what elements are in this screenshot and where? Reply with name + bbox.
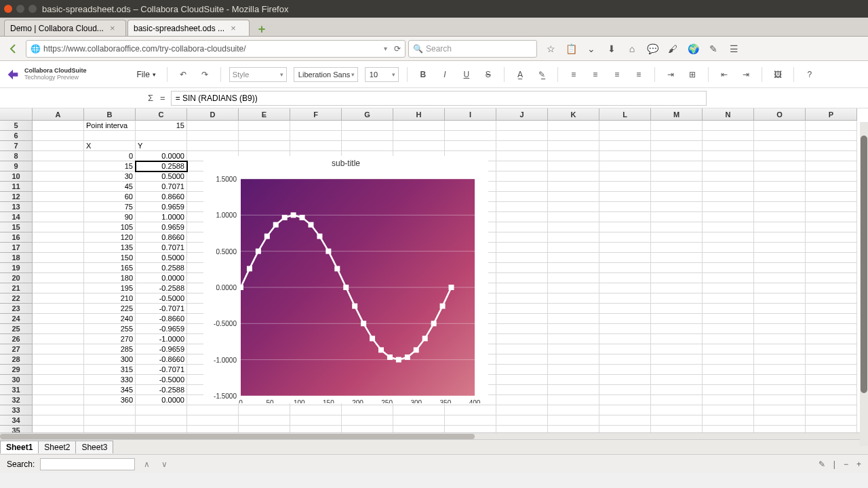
- cell[interactable]: 90: [84, 212, 136, 222]
- row-header[interactable]: 28: [0, 354, 33, 365]
- cell[interactable]: [599, 121, 651, 131]
- column-header[interactable]: P: [806, 108, 857, 121]
- cell[interactable]: [651, 304, 703, 314]
- cell[interactable]: [342, 415, 393, 426]
- cell[interactable]: [806, 375, 857, 385]
- select-all-corner[interactable]: [0, 108, 33, 121]
- cell[interactable]: [342, 405, 393, 415]
- cell[interactable]: [651, 405, 703, 415]
- cell[interactable]: [84, 415, 136, 426]
- cell[interactable]: 285: [84, 344, 136, 354]
- cell[interactable]: -0.8660: [136, 354, 187, 365]
- cell[interactable]: [548, 131, 599, 141]
- paint-icon[interactable]: 🖌: [666, 42, 679, 56]
- cell[interactable]: [599, 324, 651, 334]
- cell[interactable]: [496, 314, 548, 324]
- search-input[interactable]: 🔍 Search: [408, 40, 537, 58]
- cell[interactable]: [599, 304, 651, 314]
- cell[interactable]: 165: [84, 263, 136, 273]
- cell[interactable]: [599, 243, 651, 253]
- cell[interactable]: [703, 314, 754, 324]
- cell[interactable]: [806, 304, 857, 314]
- align-justify-button[interactable]: ≡: [631, 67, 646, 82]
- back-button[interactable]: [4, 39, 23, 58]
- cell[interactable]: 75: [84, 202, 136, 212]
- cell[interactable]: 0.0000: [136, 395, 187, 405]
- globe-icon[interactable]: 🌍: [686, 42, 700, 56]
- column-header[interactable]: G: [342, 108, 393, 121]
- row-header[interactable]: 22: [0, 293, 33, 304]
- cell[interactable]: [84, 405, 136, 415]
- cell[interactable]: [548, 344, 599, 354]
- cell[interactable]: Y: [136, 141, 187, 151]
- merge-button[interactable]: ⊞: [685, 67, 700, 82]
- cell[interactable]: [599, 212, 651, 222]
- cell[interactable]: [393, 131, 445, 141]
- cell[interactable]: [599, 405, 651, 415]
- cell[interactable]: [754, 171, 806, 182]
- cell[interactable]: [754, 304, 806, 314]
- column-header[interactable]: N: [703, 108, 754, 121]
- cell[interactable]: [342, 426, 393, 432]
- cell[interactable]: [754, 293, 806, 304]
- cell[interactable]: -0.7071: [136, 304, 187, 314]
- cell[interactable]: [33, 222, 84, 232]
- cell[interactable]: [651, 222, 703, 232]
- cell[interactable]: [290, 405, 342, 415]
- cell[interactable]: 300: [84, 354, 136, 365]
- cell[interactable]: [703, 395, 754, 405]
- find-input[interactable]: [40, 458, 135, 470]
- cell[interactable]: [754, 415, 806, 426]
- cell[interactable]: [33, 151, 84, 161]
- cell[interactable]: [33, 344, 84, 354]
- column-header[interactable]: C: [136, 108, 187, 121]
- cell[interactable]: [806, 202, 857, 212]
- cell[interactable]: [806, 253, 857, 263]
- cell[interactable]: [703, 222, 754, 232]
- cell[interactable]: [136, 426, 187, 432]
- zoom-out-button[interactable]: −: [844, 460, 848, 469]
- download-icon[interactable]: ⬇: [605, 42, 618, 56]
- row-header[interactable]: 5: [0, 121, 33, 131]
- cell[interactable]: [806, 314, 857, 324]
- cell[interactable]: 0.2588: [136, 161, 187, 171]
- cell[interactable]: -0.5000: [136, 293, 187, 304]
- cell[interactable]: [548, 334, 599, 344]
- cell[interactable]: [703, 202, 754, 212]
- cell[interactable]: [806, 151, 857, 161]
- cell[interactable]: [33, 182, 84, 192]
- cell[interactable]: [703, 304, 754, 314]
- row-header[interactable]: 30: [0, 375, 33, 385]
- row-header[interactable]: 26: [0, 334, 33, 344]
- cell[interactable]: [599, 222, 651, 232]
- cell[interactable]: 0: [84, 151, 136, 161]
- cell[interactable]: [703, 365, 754, 375]
- cell[interactable]: 15: [84, 161, 136, 171]
- vertical-scrollbar[interactable]: [860, 122, 868, 446]
- cell[interactable]: [548, 253, 599, 263]
- cell[interactable]: [703, 293, 754, 304]
- cell[interactable]: [33, 161, 84, 171]
- cell[interactable]: [548, 375, 599, 385]
- cell[interactable]: [342, 131, 393, 141]
- align-right-button[interactable]: ≡: [610, 67, 625, 82]
- cell[interactable]: [599, 385, 651, 395]
- cell[interactable]: [806, 415, 857, 426]
- cell[interactable]: [703, 415, 754, 426]
- cell[interactable]: [33, 375, 84, 385]
- cell[interactable]: 15: [136, 121, 187, 131]
- cell[interactable]: [651, 334, 703, 344]
- cell[interactable]: [599, 354, 651, 365]
- menu-icon[interactable]: ☰: [727, 42, 741, 56]
- cell[interactable]: 240: [84, 314, 136, 324]
- cell[interactable]: [496, 375, 548, 385]
- cell[interactable]: [806, 395, 857, 405]
- cell[interactable]: [548, 304, 599, 314]
- cell[interactable]: 270: [84, 334, 136, 344]
- cell[interactable]: [33, 314, 84, 324]
- cell[interactable]: 135: [84, 243, 136, 253]
- cell[interactable]: [754, 232, 806, 243]
- cell[interactable]: [239, 131, 290, 141]
- cell[interactable]: [806, 131, 857, 141]
- cell[interactable]: 0.2588: [136, 263, 187, 273]
